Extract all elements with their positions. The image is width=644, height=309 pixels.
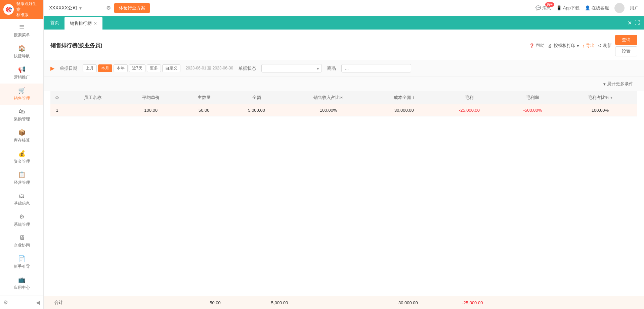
footer-cost-total: 30,000.00 — [376, 300, 440, 305]
sidebar-label-5: 库存核算 — [14, 138, 30, 143]
sidebar-icon-10: 🖥 — [19, 234, 25, 241]
td-rank: 1 — [50, 104, 64, 116]
tab-close-icon[interactable]: ✕ — [94, 21, 97, 26]
sidebar-label-11: 新手引导 — [14, 264, 30, 269]
topbar: XXXXXX公司 ▾ ⚙ 体验行业方案 💬 消息 99+ 📱 App下载 👤 在… — [44, 0, 644, 16]
tab-sales-rank[interactable]: 销售排行榜 ✕ — [65, 17, 102, 30]
tab-maximize-icon[interactable]: ⛶ — [635, 20, 640, 26]
sidebar-label-1: 快捷导航 — [14, 53, 30, 59]
page-title: 销售排行榜(按业务员) — [50, 42, 102, 49]
td-total: 5,000.00 — [228, 104, 285, 116]
td-cost-total: 30,000.00 — [372, 104, 436, 116]
gross-pct-icon: ▾ — [610, 95, 612, 100]
sidebar-item-6[interactable]: 💰资金管理 — [0, 147, 43, 168]
sidebar-item-9[interactable]: ⚙系统管理 — [0, 210, 43, 231]
sidebar-collapse-icon[interactable]: ◀ — [36, 299, 40, 306]
table-body: 1 100.00 50.00 5,000.00 100.00% 30,000.0… — [50, 104, 637, 116]
tab-close-all-icon[interactable]: ✕ — [628, 20, 632, 26]
sidebar-item-4[interactable]: 🛍采购管理 — [0, 105, 43, 125]
user-avatar[interactable] — [614, 3, 625, 13]
export-icon: ↑ — [583, 43, 585, 48]
sidebar-item-11[interactable]: 📄新手引导 — [0, 252, 43, 273]
th-main-qty: 主数量 — [180, 91, 228, 104]
footer-label: 合计 — [54, 300, 119, 306]
tab-home[interactable]: 首页 — [45, 16, 65, 30]
sidebar-settings-icon[interactable]: ⚙ — [3, 299, 8, 306]
table-row: 1 100.00 50.00 5,000.00 100.00% 30,000.0… — [50, 104, 637, 116]
sidebar-icon-4: 🛍 — [19, 108, 25, 115]
status-select[interactable] — [261, 64, 322, 72]
date-btn-this-year[interactable]: 本年 — [114, 64, 128, 72]
sidebar-icon-7: 📋 — [18, 171, 26, 178]
date-btn-more[interactable]: 更多 — [147, 64, 161, 72]
filter-actions-row: ▾ 展开更多条件 — [44, 77, 644, 91]
sidebar-item-0[interactable]: ☰搜索菜单 — [0, 20, 43, 41]
date-btn-custom[interactable]: 自定义 — [162, 64, 180, 72]
topbar-settings-icon[interactable]: ⚙ — [106, 5, 111, 11]
date-range-display: 2023-06-01 至 2023-06-30 — [186, 65, 233, 71]
sidebar-item-2[interactable]: 📢营销推广 — [0, 62, 43, 84]
settings-button[interactable]: 设置 — [615, 46, 637, 56]
table-container: ⚙ 员工名称 平均单价 主数量 全额 销售收入占比% 成本全额 ℹ 毛利 毛利率… — [44, 91, 644, 296]
page-actions: ❓ 帮助 🖨 按模板打印 ▾ ↑ 导出 ↺ 刷新 查询 — [529, 35, 638, 56]
print-label: 按模板打印 — [554, 43, 575, 49]
sidebar-icon-1: 🏠 — [18, 45, 26, 52]
th-cost-total: 成本全额 ℹ — [372, 91, 436, 104]
sidebar-nav: ☰搜索菜单🏠快捷导航📢营销推广🛒销售管理🛍采购管理📦库存核算💰资金管理📋经营管理… — [0, 19, 43, 296]
td-avg-price: 100.00 — [122, 104, 180, 116]
app-icon: 📱 — [556, 5, 562, 10]
sidebar-item-13[interactable]: 💬企业微信 — [0, 294, 43, 296]
export-button[interactable]: ↑ 导出 — [583, 43, 595, 49]
th-avg-price: 平均单价 — [122, 91, 180, 104]
logo-icon: 🎯 — [3, 4, 14, 15]
goods-input[interactable] — [341, 64, 411, 72]
refresh-button[interactable]: ↺ 刷新 — [598, 43, 612, 49]
footer-total: 5,000.00 — [247, 300, 311, 305]
company-selector[interactable]: XXXXXX公司 ▾ — [49, 5, 103, 11]
expand-more-button[interactable]: ▾ 展开更多条件 — [599, 79, 637, 89]
cost-info-icon: ℹ — [413, 95, 414, 100]
footer-gross: -25,000.00 — [440, 300, 505, 305]
sidebar-label-8: 基础信息 — [14, 201, 30, 206]
trial-button[interactable]: 体验行业方案 — [114, 3, 150, 13]
th-settings[interactable]: ⚙ — [50, 91, 64, 104]
date-btn-this-month[interactable]: 本月 — [98, 64, 112, 72]
tabbar-right: ✕ ⛶ — [628, 20, 643, 26]
user-name: 用户 — [630, 5, 639, 11]
sidebar-label-7: 经营管理 — [14, 180, 30, 186]
filter-arrow-icon[interactable]: ▶ — [50, 65, 54, 71]
message-button[interactable]: 💬 消息 99+ — [535, 5, 551, 11]
help-icon: ❓ — [529, 43, 534, 48]
sidebar-item-7[interactable]: 📋经营管理 — [0, 168, 43, 189]
sidebar-item-10[interactable]: 🖥企业协同 — [0, 231, 43, 252]
content-area: 销售排行榜(按业务员) ❓ 帮助 🖨 按模板打印 ▾ ↑ 导出 ↺ 刷新 — [44, 30, 644, 309]
th-total: 全额 — [228, 91, 285, 104]
status-filter-label: 单据状态 — [239, 65, 256, 71]
date-filter-label: 单据日期 — [60, 65, 77, 71]
page-header: 销售排行榜(按业务员) ❓ 帮助 🖨 按模板打印 ▾ ↑ 导出 ↺ 刷新 — [44, 30, 644, 60]
help-label: 帮助 — [536, 43, 545, 49]
print-dropdown-icon: ▾ — [577, 43, 579, 48]
td-gross-rate: -500.00% — [502, 104, 563, 116]
help-button[interactable]: ❓ 帮助 — [529, 43, 545, 49]
sidebar-label-9: 系统管理 — [14, 222, 30, 227]
sidebar-label-2: 营销推广 — [14, 74, 30, 80]
sidebar-icon-6: 💰 — [18, 150, 26, 157]
goods-filter-label: 商品 — [327, 65, 336, 71]
footer-main-qty: 50.00 — [183, 300, 247, 305]
sidebar-item-5[interactable]: 📦库存核算 — [0, 125, 43, 147]
date-btn-last-month[interactable]: 上月 — [83, 64, 97, 72]
date-btn-7days[interactable]: 近7天 — [129, 64, 145, 72]
sidebar-item-12[interactable]: 📺应用中心 — [0, 273, 43, 294]
query-button[interactable]: 查询 — [615, 35, 637, 45]
td-name — [64, 104, 122, 116]
sidebar-item-8[interactable]: 🗂基础信息 — [0, 189, 43, 210]
online-service-button[interactable]: 👤 在线客服 — [585, 5, 609, 11]
td-gross: -25,000.00 — [436, 104, 502, 116]
app-download-button[interactable]: 📱 App下载 — [556, 5, 579, 11]
td-main-qty: 50.00 — [180, 104, 228, 116]
sidebar-item-1[interactable]: 🏠快捷导航 — [0, 41, 43, 62]
sidebar-item-3[interactable]: 🛒销售管理 — [0, 84, 43, 105]
print-button[interactable]: 🖨 按模板打印 ▾ — [548, 43, 579, 49]
filter-row-1: ▶ 单据日期 上月 本月 本年 近7天 更多 自定义 2023-06-01 至 … — [50, 64, 637, 72]
